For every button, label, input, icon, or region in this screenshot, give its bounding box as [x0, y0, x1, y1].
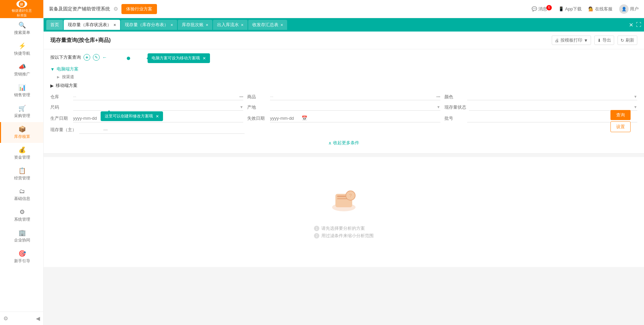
- tab-inventory-status[interactable]: 现存量（库存状况表） ✕: [64, 20, 120, 30]
- edit-tooltip-close[interactable]: ✕: [156, 114, 159, 119]
- topbar-settings-icon[interactable]: ⚙: [113, 6, 118, 12]
- print-button[interactable]: 🖨 按模板打印 ▼: [552, 36, 591, 45]
- warehouse-more-icon: •••: [239, 95, 244, 99]
- warehouse-select[interactable]: ··· •••: [73, 93, 243, 100]
- collapse-sidebar-icon[interactable]: ◀: [36, 315, 40, 322]
- refresh-icon: ↻: [621, 38, 624, 43]
- size-select[interactable]: ▼: [73, 104, 243, 111]
- sidebar-item-enterprise[interactable]: 🏢 企业协同: [0, 226, 43, 247]
- sidebar-item-quick-nav[interactable]: ⚡ 快捷导航: [0, 39, 43, 60]
- empty-tip-1: 1 请先选择要分析的方案: [314, 225, 374, 231]
- tab-in-out-flow-close[interactable]: ✕: [241, 23, 244, 27]
- edit-tooltip: 这里可以创建和修改方案哦 ✕: [101, 111, 163, 121]
- app-download-button[interactable]: 📱 App下载: [558, 6, 582, 12]
- user-menu[interactable]: 👤 用户: [619, 4, 639, 14]
- tab-home[interactable]: 首页: [46, 20, 63, 30]
- user-avatar: 👤: [619, 4, 629, 14]
- settings-bottom-icon[interactable]: ⚙: [3, 315, 8, 322]
- sidebar-item-inventory[interactable]: 📦 库存核算: [0, 122, 43, 143]
- export-label: 导出: [602, 37, 611, 43]
- search-button[interactable]: 查询: [610, 110, 631, 120]
- tab-batch-account[interactable]: 库存批次账 ✕: [178, 20, 212, 30]
- reset-button[interactable]: 设置: [610, 121, 631, 132]
- sidebar-item-purchase[interactable]: 🛒 采购管理: [0, 101, 43, 122]
- expiry-date-input[interactable]: [270, 116, 300, 121]
- sidebar-item-operation[interactable]: 📋 经营管理: [0, 164, 43, 184]
- message-button[interactable]: 💬 消息 6: [532, 6, 552, 12]
- tab-receive-summary-close[interactable]: ✕: [280, 23, 283, 27]
- sales-icon: 📊: [18, 84, 26, 91]
- svg-text:?: ?: [349, 193, 352, 198]
- system-icon: ⚙: [19, 208, 25, 216]
- export-button[interactable]: ⬇ 导出: [594, 36, 614, 45]
- scheme-mobile-label: 移动端方案: [56, 83, 77, 89]
- online-service-button[interactable]: 💁 在线客服: [588, 6, 612, 12]
- goods-more-icon: •••: [436, 95, 440, 99]
- sidebar-item-basic[interactable]: 🗂 基础信息: [0, 184, 43, 205]
- tab-receive-summary[interactable]: 收发存汇总表 ✕: [248, 20, 287, 30]
- sidebar-item-marketing[interactable]: 📣 营销推广: [0, 60, 43, 80]
- edit-scheme-button[interactable]: ✎: [93, 54, 100, 61]
- tab-in-out-flow-label: 出入库流水: [217, 22, 239, 28]
- tab-in-out-flow[interactable]: 出入库流水 ✕: [213, 20, 248, 30]
- sidebar-item-sales[interactable]: 📊 销售管理: [0, 80, 43, 101]
- expand-tabs-icon[interactable]: ⛶: [636, 22, 641, 28]
- marketing-icon: 📣: [18, 63, 26, 70]
- scheme-item-mobile[interactable]: ▶ 移动端方案: [50, 81, 637, 90]
- sidebar-item-guide[interactable]: 🎯 新手引导: [0, 247, 43, 267]
- sidebar-item-search-label: 搜索菜单: [14, 30, 30, 36]
- empty-state: ? 1 请先选择要分析的方案 2 用过滤条件来缩小分析范围: [44, 157, 644, 267]
- tab-inventory-dist[interactable]: 现存量（库存分布表） ✕: [121, 20, 177, 30]
- app-download-label: App下载: [565, 6, 582, 12]
- sidebar-item-purchase-label: 采购管理: [14, 113, 30, 119]
- sidebar: 好 畅捷通好生意 标准版 🔍 搜索菜单 ⚡ 快捷导航 📣 营销推广 📊 销售管理…: [0, 0, 44, 325]
- refresh-label: 刷新: [626, 37, 634, 43]
- refresh-button[interactable]: ↻ 刷新: [618, 36, 637, 45]
- stock-main-from[interactable]: [79, 127, 99, 132]
- sidebar-item-finance[interactable]: 💰 资金管理: [0, 143, 43, 164]
- expiry-date-label: 失效日期: [247, 115, 267, 121]
- color-select[interactable]: ▼: [467, 93, 637, 100]
- tab-inventory-dist-close[interactable]: ✕: [170, 23, 173, 27]
- topbar-right: 💬 消息 6 📱 App下载 💁 在线客服 👤 用户: [532, 4, 639, 14]
- goods-select[interactable]: ··· •••: [270, 93, 440, 100]
- warehouse-field: 仓库 ··· •••: [50, 93, 243, 100]
- close-all-tabs-icon[interactable]: ✕: [629, 22, 633, 28]
- purchase-icon: 🛒: [18, 105, 26, 112]
- collapse-label: 收起更多条件: [333, 140, 359, 146]
- scheme-tooltip-close[interactable]: ✕: [203, 56, 206, 61]
- origin-select[interactable]: ▼: [270, 104, 440, 111]
- export-icon: ⬇: [597, 38, 601, 43]
- tab-batch-account-close[interactable]: ✕: [206, 23, 208, 27]
- tab-batch-account-label: 库存批次账: [182, 22, 204, 28]
- message-badge: 6: [546, 5, 552, 10]
- sidebar-item-system[interactable]: ⚙ 系统管理: [0, 205, 43, 226]
- sidebar-item-search[interactable]: 🔍 搜索菜单: [0, 18, 43, 39]
- stock-main-to[interactable]: [112, 127, 132, 132]
- add-scheme-button[interactable]: +: [84, 54, 90, 61]
- inventory-icon: 📦: [18, 125, 26, 133]
- stock-status-select[interactable]: ▼: [469, 104, 637, 111]
- trial-industry-button[interactable]: 体验行业方案: [121, 4, 157, 14]
- print-label: 按模板打印: [560, 37, 582, 43]
- topbar: 装备及固定资产辅助管理系统 ⚙ 体验行业方案 💬 消息 6 📱 App下载 💁 …: [44, 0, 644, 18]
- svg-text:好: 好: [19, 3, 23, 6]
- scheme-arrow-left[interactable]: ←: [102, 55, 107, 60]
- message-label: 消息: [538, 6, 547, 12]
- stock-main-label: 现存量（主）: [50, 127, 76, 133]
- sub-scheme-label[interactable]: ▶ 按渠道: [50, 73, 637, 81]
- sidebar-item-finance-label: 资金管理: [14, 155, 30, 160]
- color-label: 颜色: [444, 94, 465, 100]
- collapse-button[interactable]: ∧ 收起更多条件: [50, 137, 637, 149]
- expiry-date-calendar-icon[interactable]: 📅: [302, 115, 307, 121]
- tab-receive-summary-label: 收发存汇总表: [252, 22, 278, 28]
- tab-inventory-status-close[interactable]: ✕: [113, 23, 116, 27]
- phone-icon: 📱: [558, 6, 564, 11]
- goods-placeholder: ···: [270, 95, 273, 99]
- svg-rect-5: [337, 198, 347, 199]
- page-title: 现存量查询(按仓库+商品): [50, 37, 111, 44]
- empty-tip-2: 2 用过滤条件来缩小分析范围: [314, 233, 374, 239]
- size-label: 尺码: [50, 104, 70, 110]
- production-date-input[interactable]: [73, 116, 103, 121]
- scheme-item-pc[interactable]: ▼ 电脑端方案: [50, 65, 637, 73]
